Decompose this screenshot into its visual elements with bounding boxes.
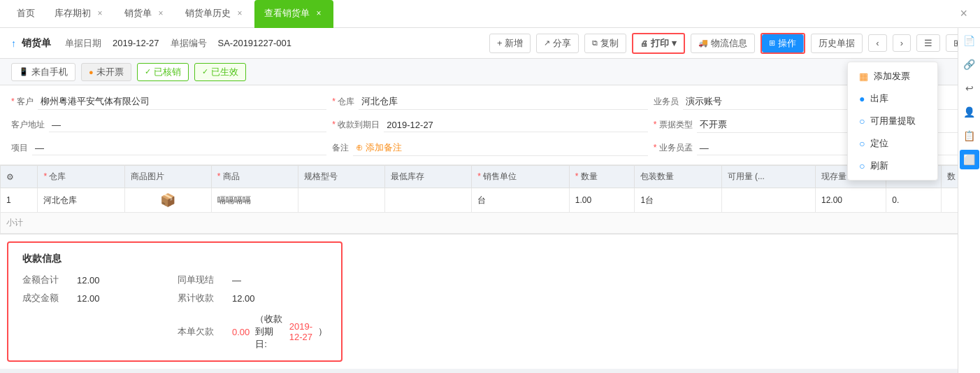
add-invoice-icon: ▦ [859,71,868,82]
row-product: 嗝嗝嗝嗝 [211,188,298,213]
warehouse-value[interactable]: 河北仓库 [359,94,647,110]
sidebar-icon-3[interactable]: ↩ [960,78,979,98]
bottom-section: 收款信息 金额合计 12.00 同单现结 — 成交金额 12.00 累计收款 1… [0,234,980,369]
available-extract-icon: ○ [859,115,865,127]
ticket-label: 票据类型 [654,119,693,131]
warehouse-field: 仓库 河北仓库 [332,94,647,110]
print-button[interactable]: 🖨 打印 ▾ [632,33,685,54]
history-button[interactable]: 历史单据 [811,34,863,53]
row-image: 📦 [124,188,211,213]
new-button[interactable]: + 新增 [489,34,531,53]
note-value[interactable]: ⊕ 添加备注 [353,140,647,156]
col-warehouse: * 仓库 [38,166,124,188]
dropdown-position[interactable]: ○ 定位 [848,132,937,155]
row-pack-qty: 1台 [635,188,721,213]
row-warehouse: 河北仓库 [38,188,124,213]
cumulative-item: 累计收款 12.00 [178,292,327,304]
subtotal-label: 小计 [1,213,980,234]
confirm-button[interactable]: ✓ 已核销 [137,63,189,81]
tab-inventory-init[interactable]: 库存期初 × [45,0,115,28]
window-close-button[interactable]: × [954,6,973,21]
from-phone-button[interactable]: 📱 来自手机 [11,63,75,81]
dropdown-add-invoice[interactable]: ▦ 添加发票 [848,65,937,87]
copy-button[interactable]: ⧉ 复制 [584,34,626,53]
col-unit: * 销售单位 [472,166,569,188]
sidebar-icon-1[interactable]: 📄 [960,31,979,50]
tab-home[interactable]: 首页 [7,0,45,28]
table-header-row: ⚙ * 仓库 商品图片 * 商品 规格型号 最低库存 * 销售单位 * 数量 包… [1,166,980,188]
row-spec [298,188,385,213]
form-area: 客户 柳州粤港平安气体有限公司 仓库 河北仓库 业务员 演示账号 客户地址 — … [0,85,980,165]
subtotal-row: 小计 [1,213,980,234]
due-date-value[interactable]: 2019-12-27 [384,118,647,132]
product-table: ⚙ * 仓库 商品图片 * 商品 规格型号 最低库存 * 销售单位 * 数量 包… [0,165,980,234]
number-label: 单据编号 [171,37,207,50]
sidebar-icon-5[interactable]: 📋 [960,126,979,146]
tab-sales-order[interactable]: 销货单 × [115,0,175,28]
salesman-label: 业务员孟 [654,142,693,154]
effective-button[interactable]: ✓ 已生效 [194,63,246,81]
project-field: 项目 — [11,141,326,155]
due-item: 本单欠款 0.00 （收款到期日: 2019-12-27 ） [178,310,327,351]
staff-label: 业务员 [654,96,679,108]
tab-view-sales-order[interactable]: 查看销货单 × [254,0,333,28]
row-available [721,188,815,213]
col-image: 商品图片 [124,166,211,188]
due-end: ） [318,325,327,338]
project-value[interactable]: — [32,141,326,155]
print-dropdown-icon: ▾ [672,38,677,48]
deal-label: 成交金额 [22,292,71,304]
sidebar-icon-4[interactable]: 👤 [960,102,979,122]
tab-sales-history[interactable]: 销货单历史 × [175,0,254,28]
col-min-stock: 最低库存 [385,166,472,188]
doc-name: 销货单 [22,37,51,50]
doc-header: ↑ 销货单 单据日期 2019-12-27 单据编号 SA-20191227-0… [0,28,980,59]
row-current-stock: 12.00 [816,188,886,213]
refresh-icon: ○ [859,160,865,171]
sidebar-icon-2[interactable]: 🔗 [960,55,979,74]
date-label: 单据日期 [65,37,101,50]
tab-close-sales-order[interactable]: × [156,8,166,18]
same-order-value: — [232,275,241,286]
address-value[interactable]: — [49,118,326,132]
due-value: 0.00 [232,327,250,337]
row-price: 0. [886,188,941,213]
action-bar: 📱 来自手机 ● 未开票 ✓ 已核销 ✓ 已生效 [0,59,980,85]
not-open-button[interactable]: ● 未开票 [81,63,131,81]
tab-close-inventory-init[interactable]: × [95,8,105,18]
tab-close-sales-history[interactable]: × [235,8,245,18]
position-icon: ○ [859,138,865,149]
col-gear[interactable]: ⚙ [1,166,38,188]
warehouse-label: 仓库 [332,96,354,108]
form-row-2: 客户地址 — 收款到期日 2019-12-27 票据类型 不开票 [11,117,969,133]
note-field: 备注 ⊕ 添加备注 [332,140,647,156]
payment-grid: 金额合计 12.00 同单现结 — 成交金额 12.00 累计收款 12.00 … [22,274,327,351]
number-value: SA-20191227-001 [218,38,292,48]
list-view-button[interactable]: ☰ [916,34,940,52]
cumulative-value: 12.00 [232,293,255,304]
form-row-1: 客户 柳州粤港平安气体有限公司 仓库 河北仓库 业务员 演示账号 [11,94,969,110]
sidebar-icon-6[interactable]: ⬜ [960,150,979,169]
col-spec: 规格型号 [298,166,385,188]
dropdown-outbound[interactable]: ● 出库 [848,87,937,110]
tab-close-view-sales-order[interactable]: × [314,8,324,18]
payment-info: 收款信息 金额合计 12.00 同单现结 — 成交金额 12.00 累计收款 1… [7,241,343,362]
next-button[interactable]: › [893,34,911,52]
deal-value: 12.00 [77,293,100,304]
logistics-button[interactable]: 🚚 物流信息 [691,34,755,53]
prev-button[interactable]: ‹ [868,34,886,52]
row-qty: 1.00 [569,188,635,213]
dropdown-refresh[interactable]: ○ 刷新 [848,155,937,177]
dropdown-available-extract[interactable]: ○ 可用量提取 [848,110,937,132]
customer-value[interactable]: 柳州粤港平安气体有限公司 [38,94,326,110]
product-table-container: ⚙ * 仓库 商品图片 * 商品 规格型号 最低库存 * 销售单位 * 数量 包… [0,165,980,234]
operation-button[interactable]: ⊞ 操作 [762,34,804,52]
due-note: （收款到期日: [255,313,283,351]
share-button[interactable]: ↗ 分享 [536,34,579,53]
customer-field: 客户 柳州粤港平安气体有限公司 [11,94,326,110]
payment-title: 收款信息 [22,253,327,265]
form-row-3: 项目 — 备注 ⊕ 添加备注 业务员孟 — [11,140,969,156]
doc-meta: 单据日期 2019-12-27 单据编号 SA-20191227-001 [65,37,291,50]
tab-bar: 首页 库存期初 × 销货单 × 销货单历史 × 查看销货单 × × [0,0,980,28]
due-date: 2019-12-27 [289,321,312,342]
